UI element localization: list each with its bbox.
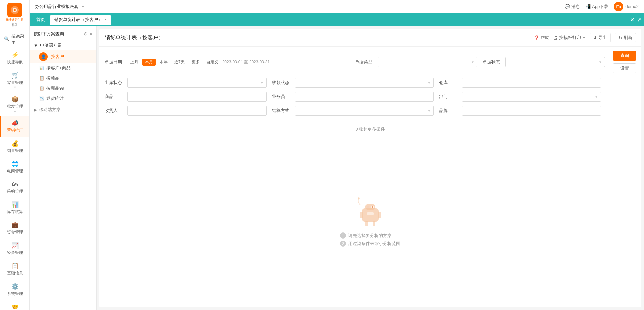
type-input[interactable]: ▼ <box>378 57 477 67</box>
svg-point-13 <box>358 197 360 199</box>
help-icon: ❓ <box>534 35 539 40</box>
date-tab-7days[interactable]: 近7天 <box>172 59 187 66</box>
print-dropdown-arrow: ▼ <box>582 36 586 40</box>
date-tab-thismonth[interactable]: 本月 <box>142 59 156 66</box>
svg-rect-9 <box>360 212 363 218</box>
sidebar-nav: 🔍 搜索菜单 ⚡ 快捷导航 🛒 零售管理 ▼ 📦 批发管理 ▲ 📣 营销推广 💰… <box>0 30 29 310</box>
empty-tip-2: 2 用过滤条件来缩小分析范围 <box>340 241 400 247</box>
salesperson-input[interactable]: ... <box>295 92 434 102</box>
collapse-btn[interactable]: ∧ 收起更多条件 <box>105 124 636 134</box>
salesperson-label: 业务员 <box>272 94 292 100</box>
sidebar-item-label: 采购管理 <box>7 189 23 194</box>
scheme-group-mobile-title[interactable]: ▶ 移动端方案 <box>30 105 96 115</box>
filter-receiptstatus: 收款状态 ▼ <box>272 78 434 88</box>
scheme-item-bygoods[interactable]: 📋 按商品 <box>30 73 96 83</box>
sidebar-item-purchase[interactable]: 🛍 采购管理 <box>0 177 29 198</box>
sidebar: 畅捷通好生意 标版 🔍 搜索菜单 ⚡ 快捷导航 🛒 零售管理 ▼ 📦 批发管理 … <box>0 0 30 310</box>
filter-status: 单据状态 ▼ <box>483 57 605 67</box>
app-download-label: App下载 <box>592 4 608 10</box>
sidebar-item-ecommerce[interactable]: 🌐 电商管理 <box>0 157 29 177</box>
close-all-btn[interactable]: ✕ <box>630 17 634 23</box>
logo-area: 畅捷通好生意 标版 <box>0 0 29 30</box>
sidebar-item-operation[interactable]: 📈 经营管理 <box>0 239 29 259</box>
receiptstatus-label: 收款状态 <box>272 80 292 86</box>
department-input[interactable]: ▼ <box>462 92 601 102</box>
scheme-item-bygoods99[interactable]: 📋 按商品99 <box>30 83 96 93</box>
receiptstatus-input[interactable]: ▼ <box>295 78 434 88</box>
sidebar-item-finance[interactable]: 💼 资金管理 <box>0 218 29 239</box>
sidebar-item-system[interactable]: ⚙️ 系统管理 <box>0 279 29 300</box>
brand-dots: ... <box>592 108 598 113</box>
sidebar-item-inventory[interactable]: 📊 库存核算 <box>0 198 29 218</box>
date-tab-more[interactable]: 更多 <box>189 59 202 66</box>
sidebar-item-label: 快捷导航 <box>7 59 23 65</box>
setting-button[interactable]: 设置 <box>613 63 636 73</box>
print-icon: 🖨 <box>553 35 558 40</box>
tab-close-icon[interactable]: × <box>104 17 107 22</box>
table-scheme-icon1: 📋 <box>39 75 44 81</box>
query-button[interactable]: 查询 <box>613 51 636 61</box>
scheme-item-returns[interactable]: 📉 退货统计 <box>30 93 96 103</box>
warehouse-input[interactable]: ... <box>462 78 601 88</box>
sidebar-item-retail[interactable]: 🛒 零售管理 ▼ <box>0 68 29 92</box>
status-input[interactable]: ▼ <box>505 57 605 67</box>
date-tab-custom[interactable]: 自定义 <box>204 59 221 66</box>
user-name: demo2 <box>625 4 639 9</box>
brand-input[interactable]: ... <box>462 106 601 116</box>
scheme-item-bycustomer-goods[interactable]: 📊 按客户+商品 <box>30 63 96 73</box>
avatar: Ea <box>614 2 623 11</box>
scheme-group-desktop-title[interactable]: ▼ 电脑端方案 <box>30 40 96 50</box>
outstatus-input[interactable]: ▼ <box>127 78 267 88</box>
refresh-btn[interactable]: ↻ 刷新 <box>615 33 636 42</box>
sidebar-item-search[interactable]: 🔍 搜索菜单 <box>0 30 29 48</box>
add-scheme-btn[interactable]: ＋ <box>77 31 82 37</box>
tab-home[interactable]: 首页 <box>32 15 49 25</box>
sidebar-item-label: 电商管理 <box>7 168 23 174</box>
print-btn[interactable]: 🖨 按模板打印 ▼ <box>553 35 586 41</box>
avatar-text: Ea <box>616 5 621 9</box>
maximize-btn[interactable]: ⤢ <box>637 17 641 23</box>
scheme-group-mobile: ▶ 移动端方案 <box>30 105 96 115</box>
sidebar-item-basic[interactable]: 📋 基础信息 <box>0 259 29 279</box>
export-icon: ⬇ <box>593 35 597 40</box>
goods-input[interactable]: ... <box>127 92 267 102</box>
tab-report[interactable]: 销货单统计表（按客户） × <box>50 15 111 25</box>
sidebar-item-label: 系统管理 <box>7 291 23 297</box>
tip1-num: 1 <box>340 232 346 239</box>
filter-row-3: 商品 ... 业务员 ... 部门 <box>105 92 636 102</box>
sidebar-item-label: 批发管理 <box>7 104 23 109</box>
user-area[interactable]: Ea demo2 <box>614 2 639 11</box>
settlement-input[interactable]: ▼ <box>295 106 434 116</box>
date-filter: 上月 本月 本年 近7天 更多 自定义 2023-03-01 至 2023-03… <box>127 59 350 66</box>
app-download-btn[interactable]: 📲 App下载 <box>585 4 608 10</box>
sidebar-item-wholesale[interactable]: 📦 批发管理 ▲ <box>0 92 29 116</box>
svg-point-1 <box>14 9 16 11</box>
help-btn[interactable]: ❓ 帮助 <box>534 35 549 41</box>
export-btn[interactable]: ⬇ 导出 <box>590 33 611 42</box>
sidebar-item-marketing[interactable]: 📣 营销推广 <box>0 116 29 137</box>
refresh-icon: ↻ <box>619 35 622 40</box>
sidebar-item-sales[interactable]: 💰 销售管理 <box>0 137 29 157</box>
sidebar-item-quicknav[interactable]: ⚡ 快捷导航 <box>0 48 29 68</box>
receiptstatus-dropdown-arrow: ▼ <box>427 81 431 85</box>
tip1-text: 请先选择要分析的方案 <box>348 232 392 239</box>
message-btn[interactable]: 💬 消息 <box>565 4 580 10</box>
goods-label: 商品 <box>105 94 125 100</box>
receiver-input[interactable]: ... <box>127 106 267 116</box>
sidebar-item-label: 零售管理 <box>7 80 23 86</box>
svg-point-7 <box>372 206 373 208</box>
filter-salesperson: 业务员 ... <box>272 92 434 102</box>
collapse-scheme-btn[interactable]: « <box>90 31 92 37</box>
sidebar-item-label: 营销推广 <box>7 127 23 133</box>
date-tab-lastmonth[interactable]: 上月 <box>127 59 141 66</box>
filter-brand: 品牌 ... <box>439 106 601 116</box>
download-icon: 📲 <box>585 4 591 9</box>
settings-scheme-btn[interactable]: ⊙ <box>84 31 88 37</box>
scheme-item-bycustomer[interactable]: 👤 按客户 <box>30 50 96 63</box>
date-tab-thisyear[interactable]: 本年 <box>157 59 170 66</box>
svg-rect-10 <box>378 212 381 218</box>
brand-label: 品牌 <box>439 108 459 114</box>
scheme-panel: 按以下方案查询 ＋ ⊙ « ▼ 电脑端方案 👤 按客户 <box>30 26 97 310</box>
filter-settlement: 结算方式 ▼ <box>272 106 434 116</box>
sidebar-item-cooperation[interactable]: 🤝 企业协同 <box>0 300 29 310</box>
